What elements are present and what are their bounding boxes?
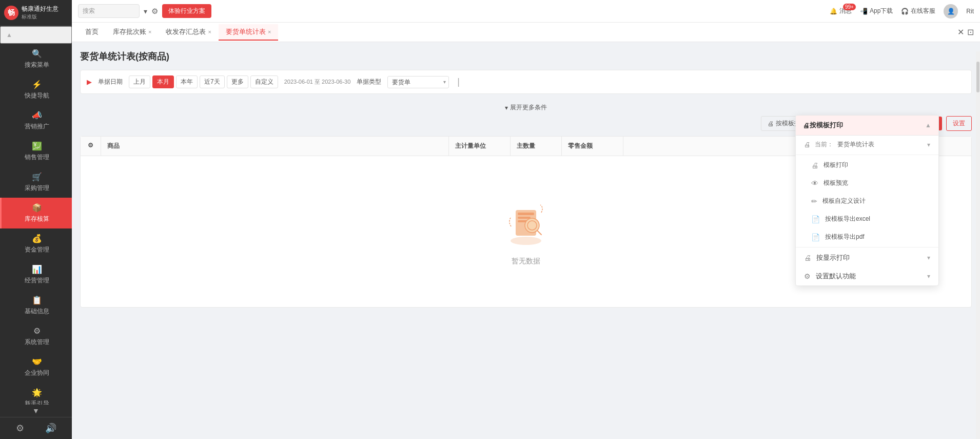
filter-arrow-icon: ▶ <box>87 78 92 86</box>
topbar-online-service[interactable]: 🎧 在线客服 <box>901 7 935 15</box>
dropdown-template-pdf[interactable]: 📄 按模板导出pdf <box>796 228 938 246</box>
settings-icon[interactable]: ⚙ <box>16 423 24 434</box>
sidebar-scroll-up[interactable]: ▲ <box>0 26 72 44</box>
sidebar-item-enterprise[interactable]: 🤝 企业协同 <box>0 352 72 383</box>
audio-icon[interactable]: 🔊 <box>45 423 56 434</box>
tab-order-stats[interactable]: 要货单统计表 × <box>219 24 278 41</box>
filter-collapse-btn[interactable]: ▶ <box>87 78 92 86</box>
dropdown-default-settings[interactable]: ⚙ 设置默认功能 ▾ <box>796 267 938 285</box>
tab-inventory-batch[interactable]: 库存批次账 × <box>106 24 159 41</box>
topbar-industry-btn[interactable]: 体验行业方案 <box>162 4 211 18</box>
sidebar-scroll-down[interactable]: ▼ <box>0 405 72 417</box>
sidebar-item-system[interactable]: ⚙ 系统管理 <box>0 321 72 352</box>
expand-chevron-icon: ▾ <box>505 104 508 111</box>
tab-order-stats-label: 要货单统计表 <box>226 27 266 36</box>
sidebar-item-label: 采购管理 <box>25 184 49 193</box>
topbar: 搜索 ▾ ⚙ 体验行业方案 🔔 消息 99+ 📲 App下载 🎧 在线客服 👤 … <box>72 0 980 23</box>
dropdown-display-print[interactable]: 🖨 按显示打印 ▾ <box>796 249 938 267</box>
filter-bar: ▶ 单据日期 上月 本月 本年 近7天 更多 自定义 2023-06-01 至 … <box>80 70 972 94</box>
app-logo-icon: 畅 <box>4 6 18 20</box>
sidebar-logo: 畅 畅康通好生意 标准版 <box>0 0 72 26</box>
date-btn-prev[interactable]: 上月 <box>129 75 150 88</box>
sidebar: 畅 畅康通好生意 标准版 ▲ 🔍 搜索菜单 ⚡ 快捷导航 📣 营销推广 💹 销售… <box>0 0 72 439</box>
template-design-label: 模板自定义设计 <box>822 197 866 205</box>
print-dropdown-header: 🖨 按模板打印 ▲ <box>796 116 938 136</box>
topbar-gear-icon[interactable]: ⚙ <box>151 7 158 16</box>
th-unit: 主计量单位 <box>449 137 511 156</box>
sidebar-item-search[interactable]: 🔍 搜索菜单 <box>0 44 72 74</box>
sales-icon: 💹 <box>32 141 42 151</box>
app-download-label: App下载 <box>870 7 893 15</box>
th-settings[interactable]: ⚙ <box>81 137 101 156</box>
expand-more-btn[interactable]: ▾ 展开更多条件 <box>505 103 547 112</box>
date-btn-custom[interactable]: 自定义 <box>250 75 278 88</box>
date-btn-more[interactable]: 更多 <box>227 75 248 88</box>
tab-inventory-batch-label: 库存批次账 <box>113 27 146 36</box>
sidebar-item-purchase[interactable]: 🛒 采购管理 <box>0 167 72 198</box>
date-btn-current[interactable]: 本月 <box>152 75 174 88</box>
date-btn-7days[interactable]: 近7天 <box>200 75 225 88</box>
expand-more-row: ▾ 展开更多条件 <box>80 99 972 116</box>
sidebar-item-label: 系统管理 <box>25 338 49 347</box>
th-quantity: 主数量 <box>511 137 562 156</box>
topbar-dropdown-arrow[interactable]: ▾ <box>144 7 147 15</box>
sidebar-item-basic[interactable]: 📋 基础信息 <box>0 290 72 321</box>
dropdown-template-excel[interactable]: 📄 按模板导出excel <box>796 210 938 228</box>
sidebar-item-finance[interactable]: 💰 资金管理 <box>0 228 72 259</box>
right-scrollbar[interactable] <box>976 51 980 439</box>
svg-line-7 <box>537 231 541 235</box>
tab-receipt-summary-close[interactable]: × <box>208 29 211 35</box>
svg-point-0 <box>511 237 541 245</box>
sidebar-item-quick-nav[interactable]: ⚡ 快捷导航 <box>0 74 72 105</box>
current-arrow[interactable]: ▾ <box>927 141 930 148</box>
sidebar-item-inventory[interactable]: 📦 库存核算 <box>0 198 72 228</box>
tab-receipt-summary[interactable]: 收发存汇总表 × <box>159 24 218 41</box>
enterprise-icon: 🤝 <box>32 357 42 367</box>
sidebar-items-list: ⚡ 快捷导航 📣 营销推广 💹 销售管理 🛒 采购管理 📦 库存核算 💰 资金管… <box>0 74 72 405</box>
tab-order-stats-close[interactable]: × <box>268 29 271 35</box>
sidebar-item-guide[interactable]: 🌟 新手引导 <box>0 383 72 405</box>
sidebar-item-marketing[interactable]: 📣 营销推广 <box>0 105 72 136</box>
app-download-icon: 📲 <box>860 8 868 15</box>
tab-inventory-batch-close[interactable]: × <box>148 29 151 35</box>
th-retail: 零售金额 <box>562 137 623 156</box>
tab-receipt-summary-label: 收发存汇总表 <box>166 27 206 36</box>
topbar-avatar[interactable]: 👤 <box>944 4 958 18</box>
marketing-icon: 📣 <box>32 110 42 120</box>
dropdown-template-preview[interactable]: 👁 模板预览 <box>796 174 938 192</box>
sidebar-item-label: 经营管理 <box>25 276 49 285</box>
sidebar-bottom: ⚙ 🔊 <box>0 417 72 439</box>
date-btn-year[interactable]: 本年 <box>176 75 198 88</box>
tab-close-all-icon[interactable]: ✕ <box>957 27 964 37</box>
dropdown-template-design[interactable]: ✏ 模板自定义设计 <box>796 192 938 210</box>
topbar-app-download[interactable]: 📲 App下载 <box>860 7 893 15</box>
inventory-icon: 📦 <box>32 203 42 213</box>
dropdown-template-print[interactable]: 🖨 模板打印 <box>796 156 938 174</box>
operation-icon: 📊 <box>32 264 42 274</box>
type-filter-select[interactable]: 要货单 <box>387 76 449 88</box>
sidebar-item-sales[interactable]: 💹 销售管理 <box>0 136 72 167</box>
template-design-icon: ✏ <box>811 197 817 205</box>
sidebar-item-operation[interactable]: 📊 经营管理 <box>0 259 72 290</box>
tab-home-label: 首页 <box>85 27 99 36</box>
page-title: 要货单统计表(按商品) <box>80 50 972 63</box>
sidebar-item-label: 库存核算 <box>25 215 49 223</box>
topbar-message[interactable]: 🔔 消息 99+ <box>830 7 852 15</box>
type-filter-wrap: 要货单 <box>387 76 449 88</box>
finance-icon: 💰 <box>32 234 42 243</box>
print-dropdown-icon: 🖨 <box>803 122 810 129</box>
print-icon: 🖨 <box>768 120 774 127</box>
type-filter-label: 单据类型 <box>357 78 381 86</box>
template-print-icon: 🖨 <box>811 161 818 169</box>
current-label-prefix: 当前： <box>815 140 833 149</box>
tab-maximize-icon[interactable]: ⊡ <box>967 27 974 37</box>
tab-home[interactable]: 首页 <box>78 24 106 41</box>
svg-rect-3 <box>518 217 531 219</box>
current-template-name: 要货单统计表 <box>837 140 874 149</box>
print-dropdown-expand-arrow[interactable]: ▲ <box>925 122 931 129</box>
page-content: 要货单统计表(按商品) ▶ 单据日期 上月 本月 本年 近7天 更多 自定义 2… <box>72 42 980 439</box>
quick-nav-icon: ⚡ <box>32 80 42 89</box>
settings-btn[interactable]: 设置 <box>946 116 972 131</box>
template-pdf-icon: 📄 <box>811 233 820 241</box>
divider-2 <box>796 247 938 247</box>
